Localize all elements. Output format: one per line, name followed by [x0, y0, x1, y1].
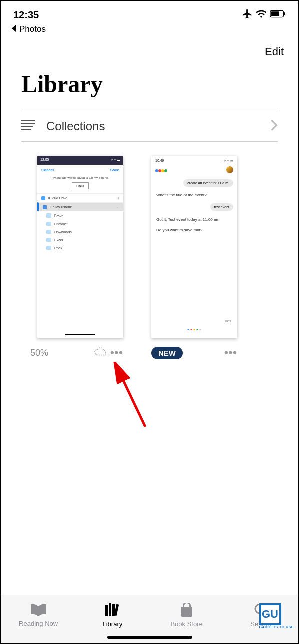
battery-icon [270, 10, 286, 20]
collections-row[interactable]: Collections [1, 111, 298, 141]
home-indicator[interactable] [107, 636, 192, 639]
collections-label: Collections [46, 119, 105, 133]
back-chevron-icon [11, 24, 17, 34]
chevron-right-icon [271, 120, 278, 133]
book-thumbnail: 12:05 ✈ ⚬ ▬ Cancel Save "Photo.pdf" will… [37, 156, 123, 338]
airplane-mode-icon [242, 8, 253, 21]
tab-reading-now[interactable]: Reading Now [1, 595, 75, 635]
more-options-button[interactable]: ••• [224, 346, 237, 359]
tab-book-store[interactable]: Book Store [150, 595, 224, 635]
collections-list-icon [21, 120, 35, 133]
tab-library[interactable]: Library [75, 595, 149, 635]
edit-button[interactable]: Edit [265, 45, 284, 58]
chat-text: Do you want to save that? [151, 225, 237, 235]
book-item[interactable]: 12:05 ✈ ⚬ ▬ Cancel Save "Photo.pdf" will… [37, 156, 123, 359]
page-title: Library [1, 60, 298, 111]
tab-label: Book Store [170, 620, 202, 628]
back-to-photos[interactable]: Photos [1, 23, 298, 39]
thumb-cancel: Cancel [41, 168, 54, 172]
thumb-save: Save [110, 168, 119, 172]
svg-rect-1 [271, 11, 279, 16]
more-options-button[interactable]: ••• [110, 346, 123, 359]
chat-bubble: create an event for 11 a.m. [183, 179, 233, 187]
chat-text: Got it, Test event today at 11:00 am. [151, 214, 237, 225]
books-grid: 12:05 ✈ ⚬ ▬ Cancel Save "Photo.pdf" will… [1, 142, 298, 359]
svg-rect-9 [109, 603, 111, 616]
book-open-icon [30, 603, 47, 618]
watermark: GU GADGETS TO USE [259, 603, 294, 629]
back-label: Photos [19, 24, 46, 34]
shopping-bag-icon [180, 603, 194, 618]
cloud-download-icon[interactable] [94, 347, 106, 358]
chat-text: yes [225, 319, 231, 323]
status-bar: 12:35 [1, 1, 298, 23]
book-thumbnail: 10:49 ✈ ⚬ ▭ create an event for 11 a.m. … [151, 156, 237, 338]
status-time: 12:35 [13, 9, 39, 21]
svg-rect-2 [284, 12, 285, 15]
avatar-icon [226, 166, 233, 173]
thumb-message: "Photo.pdf" will be saved to On My iPhon… [37, 175, 123, 180]
status-icons [242, 8, 286, 21]
chat-bubble: test event [210, 203, 233, 211]
wifi-icon [256, 9, 267, 20]
tab-label: Reading Now [19, 620, 58, 627]
book-item[interactable]: 10:49 ✈ ⚬ ▭ create an event for 11 a.m. … [151, 156, 237, 359]
svg-rect-8 [105, 605, 108, 616]
reading-progress: 50% [30, 348, 48, 358]
tab-label: Library [103, 620, 123, 628]
library-icon [104, 603, 120, 618]
svg-line-7 [117, 368, 145, 427]
chat-text: What's the title of the event? [151, 190, 237, 200]
thumb-photo-box: Photo [72, 182, 89, 189]
thumb-time: 10:49 [155, 159, 164, 162]
new-badge: NEW [151, 347, 183, 359]
thumb-time: 12:05 [40, 158, 49, 163]
annotation-arrow [110, 362, 155, 432]
